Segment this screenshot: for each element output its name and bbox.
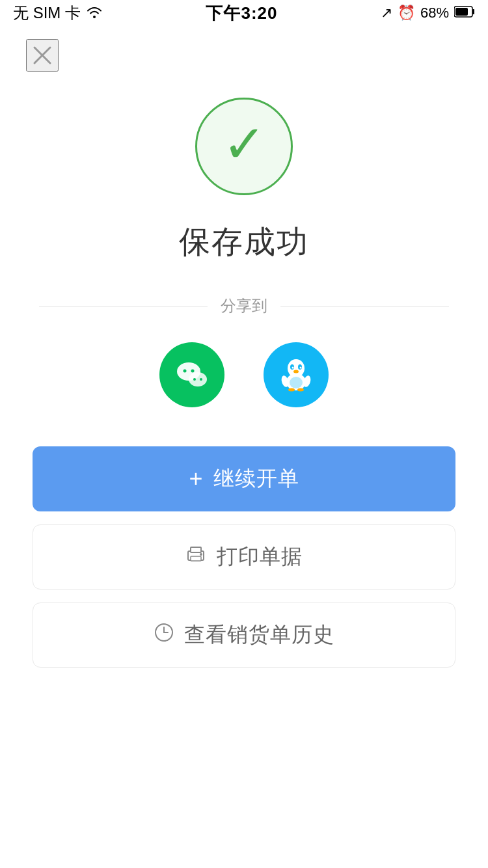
success-icon-circle: ✓ <box>195 98 293 195</box>
status-right: ↗ ⏰ 68% <box>381 5 475 21</box>
print-button[interactable]: 打印单据 <box>33 524 455 590</box>
print-icon <box>185 545 206 569</box>
svg-point-19 <box>288 388 295 392</box>
svg-point-16 <box>293 370 299 373</box>
share-divider: 分享到 <box>0 295 488 316</box>
status-bar: 无 SIM 卡 下午3:20 ↗ ⏰ 68% <box>0 0 488 26</box>
battery-percent: 68% <box>420 5 449 21</box>
status-left: 无 SIM 卡 <box>13 3 103 23</box>
share-divider-text: 分享到 <box>208 295 280 316</box>
status-time: 下午3:20 <box>206 2 277 25</box>
svg-rect-25 <box>191 556 201 561</box>
no-sim-text: 无 SIM 卡 <box>13 3 81 23</box>
svg-point-26 <box>200 553 202 556</box>
history-button[interactable]: 查看销货单历史 <box>33 603 455 668</box>
svg-point-15 <box>300 367 302 369</box>
close-button[interactable] <box>26 39 59 72</box>
svg-point-9 <box>193 378 196 381</box>
main-content: ✓ 保存成功 分享到 <box>0 26 488 668</box>
svg-rect-24 <box>191 547 201 552</box>
actions-container: + 继续开单 打印单据 <box>0 446 488 668</box>
success-title: 保存成功 <box>179 221 309 263</box>
history-label: 查看销货单历史 <box>184 621 334 649</box>
qq-share-button[interactable] <box>264 342 329 407</box>
continue-order-label: 继续开单 <box>213 465 299 493</box>
share-buttons-row <box>159 342 329 407</box>
divider-line-right <box>280 306 449 306</box>
svg-point-20 <box>297 388 304 392</box>
svg-rect-1 <box>472 9 474 14</box>
svg-point-8 <box>189 372 207 387</box>
wechat-icon <box>172 355 212 395</box>
svg-point-7 <box>191 370 195 373</box>
location-icon: ↗ <box>381 5 392 21</box>
wifi-icon <box>86 4 103 22</box>
qq-icon <box>277 355 316 394</box>
svg-point-10 <box>200 378 202 381</box>
plus-icon: + <box>189 465 202 493</box>
svg-point-18 <box>290 377 303 388</box>
battery-icon <box>454 5 475 21</box>
wechat-share-button[interactable] <box>159 342 224 407</box>
clock-icon <box>154 623 174 647</box>
alarm-icon: ⏰ <box>398 5 415 21</box>
continue-order-button[interactable]: + 继续开单 <box>33 446 455 511</box>
svg-rect-2 <box>455 8 468 16</box>
svg-point-14 <box>292 367 294 369</box>
checkmark-icon: ✓ <box>223 118 266 170</box>
svg-point-6 <box>183 370 187 373</box>
print-label: 打印单据 <box>217 543 303 571</box>
divider-line-left <box>39 306 208 306</box>
